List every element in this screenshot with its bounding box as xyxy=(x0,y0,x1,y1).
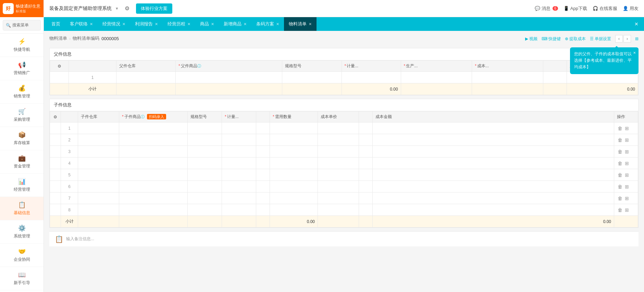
nav-prev-button[interactable]: ‹ xyxy=(615,35,623,43)
child-warehouse-cell[interactable] xyxy=(78,122,119,134)
child-qty-cell[interactable] xyxy=(270,122,318,134)
nav-tab-物料清单[interactable]: 物料清单✕ xyxy=(284,17,317,31)
child-spec-cell[interactable] xyxy=(188,157,222,169)
child-product-cell[interactable] xyxy=(119,169,188,181)
delete-row-button[interactable]: 🗑 xyxy=(617,207,623,213)
child-qty-cell[interactable] xyxy=(270,146,318,157)
nav-tab-首页[interactable]: 首页 xyxy=(47,17,65,31)
delete-row-button[interactable]: 🗑 xyxy=(617,125,623,132)
delete-row-button[interactable]: 🗑 xyxy=(617,195,623,202)
copy-row-button[interactable]: ⊞ xyxy=(624,183,630,190)
sidebar-item-marketing[interactable]: 📢营销推广 xyxy=(0,57,44,80)
sidebar-item-quick-nav[interactable]: ⚡快捷导航 xyxy=(0,34,44,57)
delete-row-button[interactable]: 🗑 xyxy=(617,183,623,190)
child-unit-cost-cell[interactable] xyxy=(318,157,359,169)
sidebar-item-basic-info[interactable]: 📋基础信息 xyxy=(0,197,44,220)
child-unit-cell[interactable] xyxy=(222,192,256,204)
delete-row-button[interactable]: 🗑 xyxy=(617,160,623,167)
delete-row-button[interactable]: 🗑 xyxy=(617,148,623,155)
child-qty-cell[interactable] xyxy=(270,192,318,204)
copy-row-button[interactable]: ⊞ xyxy=(624,125,630,132)
copy-row-button[interactable]: ⊞ xyxy=(624,172,630,178)
parent-col-settings[interactable]: ⚙ xyxy=(50,61,69,72)
child-unit-cell[interactable] xyxy=(222,134,256,146)
parent-production-cell[interactable] xyxy=(401,72,472,83)
child-product-cell[interactable] xyxy=(119,192,188,204)
child-unit-cell[interactable] xyxy=(222,169,256,181)
nav-tab-客户联络[interactable]: 客户联络✕ xyxy=(65,17,98,31)
nav-tab-close-icon[interactable]: ✕ xyxy=(187,22,190,26)
single-settings-button[interactable]: ☰ 单据设置 xyxy=(590,36,611,42)
nav-tab-新增商品[interactable]: 新增商品✕ xyxy=(219,17,251,31)
parent-unit-cell[interactable] xyxy=(342,72,401,83)
parent-product-cell[interactable] xyxy=(175,72,282,83)
child-spec-cell[interactable] xyxy=(188,146,222,157)
user-menu[interactable]: 👤 用友 xyxy=(623,5,639,12)
close-all-tabs-button[interactable]: ✕ xyxy=(632,21,641,27)
delete-row-button[interactable]: 🗑 xyxy=(617,137,623,143)
child-spec-cell[interactable] xyxy=(188,169,222,181)
nav-tab-close-icon[interactable]: ✕ xyxy=(90,22,93,26)
child-product-cell[interactable] xyxy=(119,204,188,216)
child-spec-cell[interactable] xyxy=(188,192,222,204)
nav-tab-商品[interactable]: 商品✕ xyxy=(195,17,219,31)
nav-tab-close-icon[interactable]: ✕ xyxy=(244,22,247,26)
child-qty-cell[interactable] xyxy=(270,157,318,169)
copy-row-button[interactable]: ⊞ xyxy=(624,195,630,202)
sidebar-item-purchase[interactable]: 🛒采购管理 xyxy=(0,104,44,127)
parent-warehouse-cell[interactable] xyxy=(116,72,175,83)
child-qty-cell[interactable] xyxy=(270,169,318,181)
child-spec-cell[interactable] xyxy=(188,134,222,146)
sidebar-item-finance[interactable]: 💼资金管理 xyxy=(0,150,44,174)
child-unit-cost-cell[interactable] xyxy=(318,146,359,157)
child-warehouse-cell[interactable] xyxy=(78,146,119,157)
nav-next-button[interactable]: › xyxy=(623,35,631,43)
child-unit-cost-cell[interactable] xyxy=(318,122,359,134)
child-unit-cost-cell[interactable] xyxy=(318,181,359,192)
system-title-arrow[interactable]: ▾ xyxy=(116,6,118,11)
video-button[interactable]: ▶ 视频 xyxy=(525,36,537,42)
copy-row-button[interactable]: ⊞ xyxy=(624,137,630,143)
copy-row-button[interactable]: ⊞ xyxy=(624,207,630,213)
child-unit-cost-cell[interactable] xyxy=(318,204,359,216)
nav-tab-条码方案[interactable]: 条码方案✕ xyxy=(251,17,284,31)
child-warehouse-cell[interactable] xyxy=(78,192,119,204)
child-spec-cell[interactable] xyxy=(188,204,222,216)
child-product-cell[interactable] xyxy=(119,181,188,192)
online-service-button[interactable]: 🎧 在线客服 xyxy=(593,5,617,12)
shortcut-button[interactable]: ⌨ 快捷键 xyxy=(542,36,561,42)
nav-tab-close-icon[interactable]: ✕ xyxy=(211,22,214,26)
child-product-cell[interactable] xyxy=(119,122,188,134)
parent-spec-cell[interactable] xyxy=(282,72,342,83)
trial-button[interactable]: 体验行业方案 xyxy=(136,3,172,14)
sidebar-item-operations[interactable]: 📊经营管理 xyxy=(0,174,44,197)
child-unit-cell[interactable] xyxy=(222,157,256,169)
child-warehouse-cell[interactable] xyxy=(78,157,119,169)
extract-cost-button[interactable]: ⊕ 提取成本 xyxy=(565,36,586,42)
nav-tab-close-icon[interactable]: ✕ xyxy=(309,22,312,26)
app-download-button[interactable]: 📱 App下载 xyxy=(564,5,587,12)
child-qty-cell[interactable] xyxy=(270,181,318,192)
nav-tab-经营历程[interactable]: 经营历程✕ xyxy=(163,17,195,31)
nav-tab-close-icon[interactable]: ✕ xyxy=(276,22,279,26)
settings-icon[interactable]: ⚙ xyxy=(122,4,132,13)
child-product-cell[interactable] xyxy=(119,146,188,157)
sidebar-item-enterprise[interactable]: 🤝企业协同 xyxy=(0,244,44,267)
sidebar-item-guide[interactable]: 📖新手引导 xyxy=(0,267,44,290)
child-unit-cost-cell[interactable] xyxy=(318,192,359,204)
child-warehouse-cell[interactable] xyxy=(78,169,119,181)
child-col-settings[interactable]: ⚙ xyxy=(50,112,61,122)
messages-button[interactable]: 💬 消息 6 xyxy=(535,5,558,12)
bottom-hint-text[interactable]: 输入备注信息... xyxy=(66,236,94,242)
child-spec-cell[interactable] xyxy=(188,181,222,192)
grid-view-button[interactable]: ⊞ xyxy=(635,36,639,41)
child-unit-cost-cell[interactable] xyxy=(318,134,359,146)
copy-row-button[interactable]: ⊞ xyxy=(624,148,630,155)
sidebar-item-sales[interactable]: 💰销售管理 xyxy=(0,80,44,104)
nav-tab-经营情况[interactable]: 经营情况✕ xyxy=(98,17,130,31)
nav-tab-close-icon[interactable]: ✕ xyxy=(155,22,158,26)
child-unit-cell[interactable] xyxy=(222,204,256,216)
child-unit-cell[interactable] xyxy=(222,146,256,157)
delete-row-button[interactable]: 🗑 xyxy=(617,172,623,178)
tooltip-close-button[interactable]: × xyxy=(633,49,636,57)
